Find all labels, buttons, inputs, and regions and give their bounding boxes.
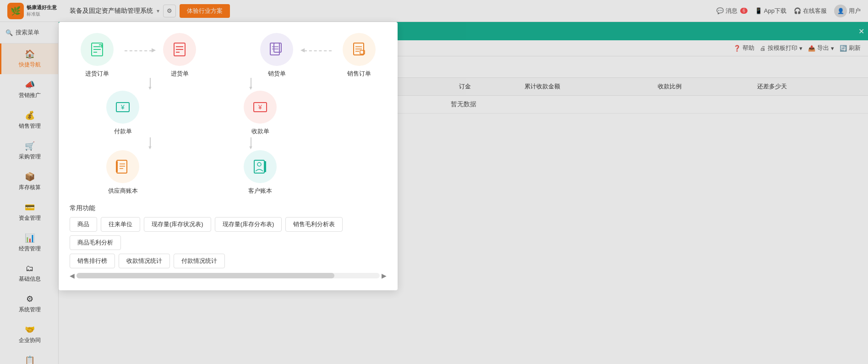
supplier-ledger-icon bbox=[106, 150, 139, 183]
svg-rect-22 bbox=[116, 161, 118, 172]
svg-rect-9 bbox=[274, 43, 281, 52]
common-btn-sales-rank[interactable]: 销售排行榜 bbox=[70, 254, 115, 268]
quick-nav-popup: 进货订单 进货 bbox=[59, 22, 398, 290]
popup-overlay[interactable]: 进货订单 进货 bbox=[0, 0, 868, 364]
customer-ledger-label: 客户账本 bbox=[248, 187, 272, 195]
svg-rect-27 bbox=[264, 161, 266, 172]
common-btn-stock-status[interactable]: 现存量(库存状况表) bbox=[144, 217, 211, 232]
flow-node-sales-order[interactable]: 销售订单 bbox=[332, 33, 387, 78]
scroll-left-icon[interactable]: ◀ bbox=[70, 272, 75, 279]
svg-text:¥: ¥ bbox=[120, 103, 125, 111]
scroll-track[interactable] bbox=[76, 273, 380, 278]
receipt-icon: ¥ bbox=[244, 91, 277, 124]
svg-point-28 bbox=[257, 163, 261, 166]
flow-node-purchase-order[interactable]: 进货订单 bbox=[70, 33, 125, 78]
arrow-purchase-order-to-bill bbox=[125, 50, 152, 60]
scroll-right-icon[interactable]: ▶ bbox=[382, 272, 387, 279]
flow-node-customer-ledger[interactable]: 客户账本 bbox=[233, 150, 288, 195]
sales-order-label: 销售订单 bbox=[347, 70, 371, 78]
sales-bill-icon bbox=[260, 33, 293, 66]
purchase-order-icon bbox=[81, 33, 114, 66]
flow-node-sales-bill[interactable]: 销货单 bbox=[249, 33, 304, 78]
common-btn-product-profit[interactable]: 商品毛利分析 bbox=[70, 235, 121, 250]
common-btn-receipt-stats[interactable]: 收款情况统计 bbox=[119, 254, 170, 268]
common-btn-stock-dist[interactable]: 现存量(库存分布表) bbox=[215, 217, 282, 232]
popup-scrollbar: ◀ ▶ bbox=[70, 272, 387, 279]
flow-node-payment[interactable]: ¥ 付款单 bbox=[95, 91, 150, 136]
flow-node-supplier-ledger[interactable]: 供应商账本 bbox=[95, 150, 150, 195]
common-functions-section: 常用功能 商品 往来单位 现存量(库存状况表) 现存量(库存分布表) 销售毛利分… bbox=[70, 204, 387, 268]
receipt-label: 收款单 bbox=[251, 127, 269, 136]
purchase-bill-label: 进货单 bbox=[171, 70, 189, 78]
common-buttons-row2: 销售排行榜 收款情况统计 付款情况统计 bbox=[70, 254, 387, 268]
supplier-ledger-label: 供应商账本 bbox=[108, 187, 138, 195]
svg-text:¥: ¥ bbox=[258, 103, 262, 111]
common-btn-contacts[interactable]: 往来单位 bbox=[101, 217, 140, 232]
customer-ledger-icon bbox=[244, 150, 277, 183]
scroll-thumb bbox=[76, 273, 334, 278]
arrow-sales-order-to-bill bbox=[304, 50, 332, 60]
common-btn-product[interactable]: 商品 bbox=[70, 217, 97, 232]
common-buttons-group: 商品 往来单位 现存量(库存状况表) 现存量(库存分布表) 销售毛利分析表 商品… bbox=[70, 217, 387, 250]
flow-node-purchase-bill[interactable]: 进货单 bbox=[152, 33, 207, 78]
purchase-order-label: 进货订单 bbox=[85, 70, 109, 78]
flow-node-receipt[interactable]: ¥ 收款单 bbox=[233, 91, 288, 136]
sales-bill-label: 销货单 bbox=[268, 70, 286, 78]
payment-label: 付款单 bbox=[114, 127, 132, 136]
flow-diagram: 进货订单 进货 bbox=[70, 33, 387, 195]
common-btn-payment-stats[interactable]: 付款情况统计 bbox=[174, 254, 225, 268]
purchase-bill-icon bbox=[163, 33, 196, 66]
payment-icon: ¥ bbox=[106, 91, 139, 124]
common-functions-title: 常用功能 bbox=[70, 204, 387, 212]
sales-order-icon bbox=[343, 33, 376, 66]
svg-rect-21 bbox=[117, 160, 127, 173]
common-btn-sales-profit[interactable]: 销售毛利分析表 bbox=[285, 217, 343, 232]
